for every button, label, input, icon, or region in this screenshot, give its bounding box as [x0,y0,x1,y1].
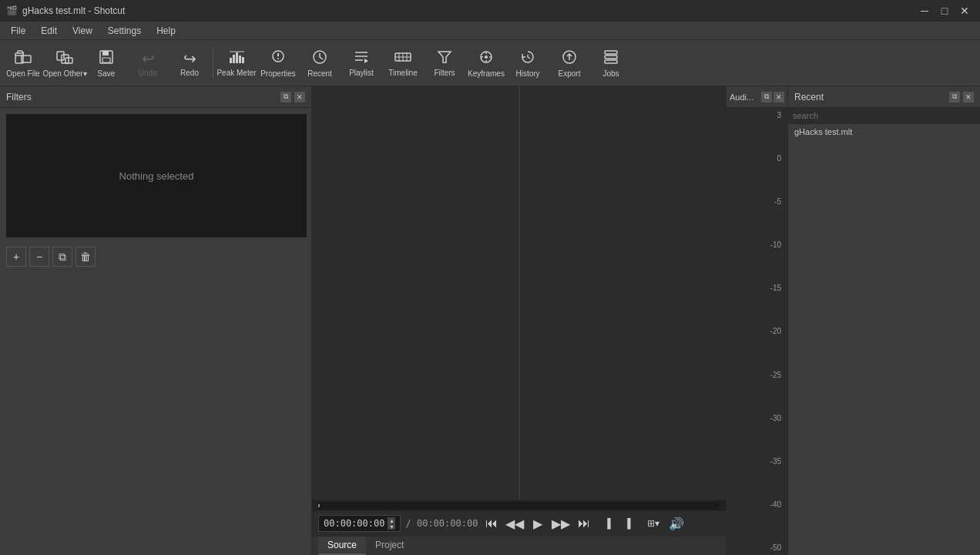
app-icon: 🎬 [6,5,18,16]
undo-label: Undo [139,69,157,77]
playlist-button[interactable]: Playlist [341,42,381,85]
next-frame-button[interactable]: ▶▶ [552,514,570,533]
open-other-label: Open Other▾ [42,69,86,78]
nothing-selected-text: Nothing selected [119,170,194,182]
audio-float-button[interactable]: ⧉ [761,92,772,103]
svg-rect-38 [605,56,617,59]
recent-icon [312,49,327,67]
timecode-display[interactable]: 00:00:00:00 ▲ ▼ [318,515,401,532]
menu-edit[interactable]: Edit [33,22,65,39]
redo-label: Redo [180,69,199,77]
source-tab[interactable]: Source [318,536,366,555]
playlist-icon [354,50,369,66]
out-point-button[interactable]: ▌ [621,514,639,533]
play-button[interactable]: ▶ [529,514,547,533]
open-other-button[interactable]: Open Other▾ [45,42,85,85]
filters-panel-header: Filters ⧉ ✕ [0,86,311,108]
maximize-button[interactable]: □ [935,3,954,18]
skip-to-end-button[interactable]: ⏭ [575,514,593,533]
menu-help[interactable]: Help [149,22,183,39]
keyframes-button[interactable]: Keyframes [466,42,506,85]
svg-line-35 [528,57,530,59]
menu-view[interactable]: View [65,22,100,39]
copy-filter-button[interactable]: ⧉ [52,247,72,267]
scale-40: -40 [730,500,784,509]
export-button[interactable]: Export [549,42,589,85]
filters-icon [437,50,452,66]
scale-30: -30 [730,414,784,422]
project-tab[interactable]: Project [366,536,413,555]
open-file-icon [15,49,32,67]
keyframes-label: Keyframes [468,69,505,78]
undo-button[interactable]: ↩ Undo [128,42,168,85]
scale-50: -50 [730,543,784,552]
properties-icon [271,49,285,67]
playback-progress[interactable] [318,502,720,510]
peak-meter-button[interactable]: Peak Meter [216,42,257,85]
recent-button[interactable]: Recent [300,42,340,85]
menu-file[interactable]: File [3,22,33,39]
jobs-button[interactable]: Jobs [591,42,631,85]
minimize-button[interactable]: ─ [915,3,934,18]
filters-close-button[interactable]: ✕ [294,92,305,103]
audio-close-button[interactable]: ✕ [774,92,784,103]
timecode-spinner[interactable]: ▲ ▼ [388,517,395,530]
playhead [318,504,320,507]
svg-rect-2 [57,52,64,60]
player-controls: 00:00:00:00 ▲ ▼ / 00:00:00:00 ⏮ ◀◀ ▶ ▶▶ … [312,500,726,555]
svg-rect-8 [230,58,232,63]
timecode-down[interactable]: ▼ [388,523,395,530]
properties-label: Properties [260,69,296,78]
main-layout: Filters ⧉ ✕ Nothing selected + − ⧉ 🗑 [0,86,980,555]
timeline-button[interactable]: Timeline [383,42,423,85]
toolbar-sep-1 [213,48,213,79]
export-label: Export [559,69,581,78]
recent-search-input[interactable] [788,108,980,124]
recent-file-ghacks[interactable]: gHacks test.mlt [788,124,980,140]
audio-panel-header: Audi... ⧉ ✕ [727,86,787,108]
titlebar-controls[interactable]: ─ □ ✕ [915,3,974,18]
audio-panel-title: Audi... [730,92,753,102]
close-button[interactable]: ✕ [955,3,974,18]
skip-to-start-button[interactable]: ⏮ [482,514,501,533]
in-point-button[interactable]: ▐ [598,514,616,533]
undo-icon: ↩ [142,51,155,66]
recent-float-button[interactable]: ⧉ [949,92,960,103]
save-button[interactable]: Save [86,42,126,85]
delete-filter-button[interactable]: 🗑 [76,247,96,267]
add-filter-button[interactable]: + [6,247,26,267]
svg-rect-7 [102,58,110,62]
prev-frame-button[interactable]: ◀◀ [505,514,524,533]
remove-filter-button[interactable]: − [29,247,49,267]
jobs-label: Jobs [602,69,619,78]
history-label: History [515,69,539,78]
recent-panel-controls: ⧉ ✕ [949,92,974,103]
tabs-row: Source Project [312,536,726,555]
recent-close-button[interactable]: ✕ [963,92,974,103]
toolbar: Open File Open Other▾ Save ↩ Undo ↪ Redo… [0,40,980,86]
grid-button[interactable]: ⊞▾ [644,514,663,533]
recent-panel-title: Recent [794,92,824,103]
filters-button[interactable]: Filters [425,42,465,85]
save-icon [99,49,114,67]
menu-settings[interactable]: Settings [100,22,149,39]
open-file-button[interactable]: Open File [3,42,43,85]
filters-float-button[interactable]: ⧉ [280,92,291,103]
svg-point-29 [485,56,488,59]
filters-label: Filters [434,69,455,77]
menubar: File Edit View Settings Help [0,22,980,40]
volume-button[interactable]: 🔊 [667,514,686,533]
history-button[interactable]: History [508,42,548,85]
titlebar-title: 🎬 gHacks test.mlt - Shotcut [6,5,125,16]
audio-scale: 3 0 -5 -10 -15 -20 -25 -30 -35 -40 -50 [727,108,787,555]
keyframes-icon [478,49,494,67]
filters-preview: Nothing selected [6,114,307,237]
svg-point-16 [277,58,279,59]
filters-toolbar: + − ⧉ 🗑 [0,244,311,270]
open-other-icon [56,49,73,67]
scale-35: -35 [730,457,784,466]
redo-button[interactable]: ↪ Redo [169,42,210,85]
recent-panel-header: Recent ⧉ ✕ [788,86,980,108]
timecode-up[interactable]: ▲ [388,517,395,523]
properties-button[interactable]: Properties [258,42,298,85]
